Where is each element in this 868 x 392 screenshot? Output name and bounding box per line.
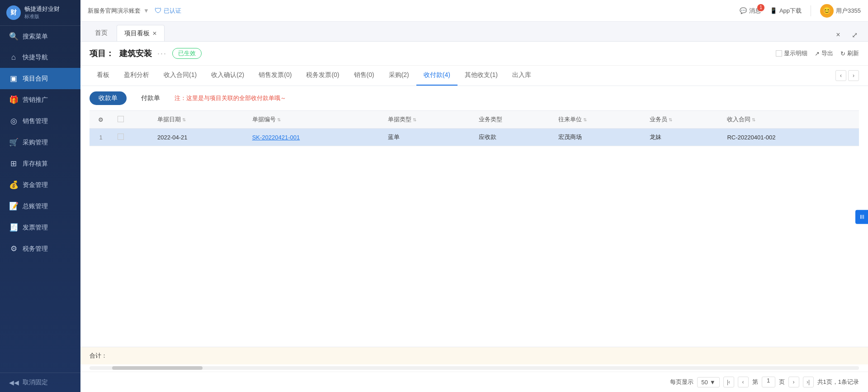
col-income-contract: 收入合同⇅ (722, 111, 859, 129)
message-icon: 💬 (740, 7, 747, 14)
sub-tab-profit[interactable]: 盈利分析 (117, 66, 156, 86)
col-biz-type: 业务类型 (473, 111, 553, 129)
payment-button[interactable]: 付款单 (132, 91, 169, 105)
page-size-value: 50 (701, 379, 708, 386)
page-first-button[interactable]: |‹ (723, 377, 734, 387)
sub-tab-other[interactable]: 其他收支(1) (458, 66, 505, 86)
app-download-button[interactable]: 📱 App下载 (770, 7, 802, 15)
col-salesperson: 业务员⇅ (644, 111, 722, 129)
col-partner: 往来单位⇅ (553, 111, 644, 129)
receipt-button[interactable]: 收款单 (90, 91, 127, 105)
sub-tab-purchase[interactable]: 采购(2) (382, 66, 416, 86)
main-area: 新服务官网演示账套 ▼ 🛡 已认证 💬 消息 1 📱 App下载 😊 用户335… (80, 0, 868, 392)
sub-tab-tax-invoice[interactable]: 税务发票(0) (299, 66, 346, 86)
col-settings: ⚙ (90, 111, 112, 129)
close-icon: × (836, 31, 840, 39)
show-detail-action[interactable]: 显示明细 (776, 49, 807, 57)
tab-home[interactable]: 首页 (88, 25, 115, 41)
ledger-icon: 📝 (9, 201, 18, 211)
table-row[interactable]: 1 2022-04-21 SK-20220421-001 蓝单 应收款 宏茂商场… (90, 129, 859, 146)
tab-project-board[interactable]: 项目看板 ✕ (117, 25, 165, 41)
scrollbar-thumb[interactable] (112, 366, 203, 370)
settings-icon[interactable]: ⚙ (98, 116, 104, 123)
sidebar-label-project: 项目合同 (23, 75, 48, 83)
refresh-button[interactable]: ↻ 刷新 (840, 49, 859, 57)
show-detail-checkbox[interactable] (776, 50, 782, 57)
topbar-certified: 🛡 已认证 (155, 7, 181, 15)
sidebar-item-tax[interactable]: ⚙ 税务管理 (0, 238, 80, 259)
sidebar-item-purchase[interactable]: 🛒 采购管理 (0, 132, 80, 153)
col-checkbox (112, 111, 152, 129)
sidebar-item-inventory[interactable]: ⊞ 库存核算 (0, 153, 80, 174)
sidebar-item-quicknav[interactable]: ⌂ 快捷导航 (0, 47, 80, 68)
total-label: 合计： (90, 352, 107, 360)
tab-project-board-label: 项目看板 (124, 29, 150, 38)
project-more-icon[interactable]: ··· (157, 49, 167, 58)
sidebar-item-ledger[interactable]: 📝 总账管理 (0, 196, 80, 217)
phone-icon: 📱 (770, 7, 777, 14)
sub-nav-prev[interactable]: ‹ (835, 70, 846, 81)
sidebar-item-marketing[interactable]: 🎁 营销推广 (0, 89, 80, 110)
user-label: 用户3355 (836, 7, 861, 15)
sub-tab-kanban[interactable]: 看板 (90, 66, 117, 86)
row-biz-type: 应收款 (473, 129, 553, 146)
project-header: 项目： 建筑安装 ··· 已生效 显示明细 ↗ 导出 ↻ 刷新 (80, 42, 868, 66)
sidebar-label-purchase: 采购管理 (23, 139, 48, 147)
page-number-input[interactable]: 1 (762, 377, 775, 387)
sidebar-item-project[interactable]: ▣ 项目合同 (0, 68, 80, 89)
refresh-label: 刷新 (847, 49, 859, 57)
user-profile[interactable]: 😊 用户3355 (820, 4, 861, 18)
project-status-badge: 已生效 (172, 48, 202, 59)
inventory-icon: ⊞ (9, 159, 18, 168)
sub-tab-in-out[interactable]: 出入库 (505, 66, 538, 86)
sidebar-label-inventory: 库存核算 (23, 160, 48, 168)
page-next-button[interactable]: › (788, 377, 799, 387)
col-code: 单据编号⇅ (247, 111, 382, 129)
current-page: 1 (767, 377, 770, 384)
message-badge: 1 (757, 4, 764, 11)
horizontal-scrollbar[interactable] (90, 366, 859, 370)
tab-close-icon[interactable]: ✕ (152, 30, 157, 37)
row-checkbox-cell (112, 129, 152, 146)
topbar-divider (811, 5, 811, 16)
sub-tab-income-confirm[interactable]: 收入确认(2) (204, 66, 251, 86)
page-last-button[interactable]: ›| (803, 377, 814, 387)
topbar: 新服务官网演示账套 ▼ 🛡 已认证 💬 消息 1 📱 App下载 😊 用户335… (80, 0, 868, 22)
page-size-dropdown-icon: ▼ (710, 379, 716, 386)
page-prev-button[interactable]: ‹ (738, 377, 749, 387)
page-size-select[interactable]: 50 ▼ (697, 377, 719, 387)
row-code[interactable]: SK-20220421-001 (247, 129, 382, 146)
sub-nav-next[interactable]: › (848, 70, 859, 81)
row-code-link[interactable]: SK-20220421-001 (252, 134, 300, 141)
project-actions: 显示明细 ↗ 导出 ↻ 刷新 (776, 49, 859, 57)
contract-sort-icon: ⇅ (752, 117, 755, 122)
gift-icon: 🎁 (9, 95, 18, 105)
export-button[interactable]: ↗ 导出 (815, 49, 833, 57)
user-avatar: 😊 (820, 4, 834, 18)
side-action-button[interactable]: ≡ (855, 210, 868, 224)
topbar-dropdown-icon[interactable]: ▼ (143, 7, 149, 14)
sidebar-item-invoice[interactable]: 🧾 发票管理 (0, 217, 80, 238)
unpin-icon: ◀◀ (9, 379, 19, 386)
sub-tab-sales[interactable]: 销售(0) (347, 66, 382, 86)
message-button[interactable]: 💬 消息 1 (740, 7, 761, 15)
sidebar-label-finance: 资金管理 (23, 181, 48, 189)
sub-tab-sales-invoice[interactable]: 销售发票(0) (251, 66, 299, 86)
header-checkbox[interactable] (118, 116, 124, 122)
sub-nav: 看板 盈利分析 收入合同(1) 收入确认(2) 销售发票(0) 税务发票(0) … (80, 66, 868, 86)
col-date: 单据日期⇅ (152, 111, 247, 129)
sidebar-label-search: 搜索菜单 (23, 33, 48, 41)
page-unit: 页 (779, 378, 785, 386)
tab-home-label: 首页 (95, 29, 108, 37)
unpin-button[interactable]: ◀◀ 取消固定 (0, 373, 80, 392)
maximize-button[interactable]: ⤢ (848, 29, 861, 41)
sidebar-item-finance[interactable]: 💰 资金管理 (0, 174, 80, 196)
sidebar-item-search[interactable]: 🔍 搜索菜单 (0, 26, 80, 47)
table-header-row: ⚙ 单据日期⇅ 单据编号⇅ 单据类型⇅ (90, 111, 859, 129)
row-checkbox[interactable] (118, 134, 124, 140)
sidebar-item-sales[interactable]: ◎ 销售管理 (0, 110, 80, 132)
close-button[interactable]: × (832, 29, 844, 41)
sidebar-label-tax: 税务管理 (23, 245, 48, 253)
sub-tab-income-contract[interactable]: 收入合同(1) (156, 66, 204, 86)
sub-tab-receive[interactable]: 收付款(4) (416, 66, 458, 86)
